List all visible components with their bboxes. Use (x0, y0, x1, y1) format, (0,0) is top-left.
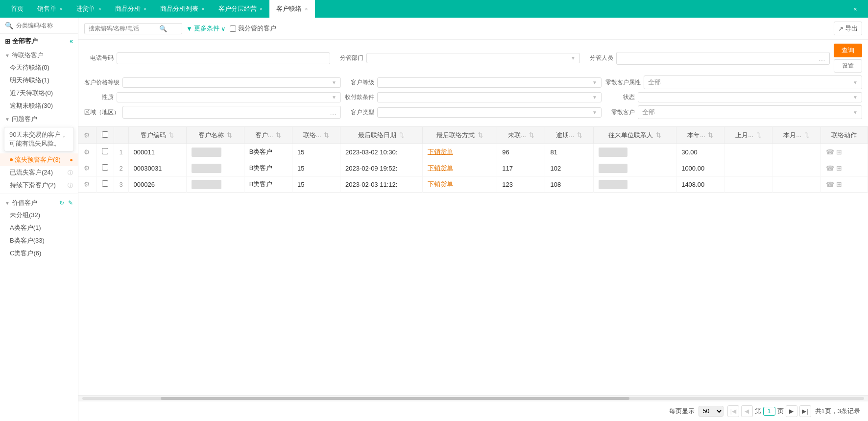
last-method-sort-icon[interactable]: ⇅ (478, 131, 483, 139)
nav-home[interactable]: 首页 (4, 0, 30, 18)
this-month-sort-icon[interactable]: ⇅ (804, 131, 810, 139)
person-dots-icon[interactable]: … (819, 54, 825, 62)
last-person-sort-icon[interactable]: ⇅ (656, 131, 661, 139)
sidebar-item-churn-warning[interactable]: 流失预警客户(3) ● (0, 153, 78, 166)
search-input[interactable] (89, 25, 157, 32)
select-all-checkbox[interactable] (102, 131, 108, 138)
nav-product-analysis-list[interactable]: 商品分析列表 × (153, 0, 211, 18)
scrollbar-thumb[interactable] (161, 397, 630, 400)
row-gear-icon[interactable]: ⚙ (78, 144, 96, 160)
region-select[interactable]: … (122, 106, 341, 119)
row-checkbox[interactable] (102, 148, 108, 154)
refresh-icon[interactable]: ↻ (59, 199, 64, 206)
type-sort-icon[interactable]: ⇅ (276, 131, 281, 139)
nav-customer-contact-close[interactable]: × (305, 6, 308, 12)
sidebar-item-today-contact[interactable]: 今天待联络(0) (0, 61, 78, 74)
region-dots-icon[interactable]: … (330, 108, 337, 116)
row-checkbox[interactable] (102, 180, 108, 187)
more-conditions-button[interactable]: ▼ 更多条件 ∨ (186, 24, 226, 33)
next-page-button[interactable]: ▶ (786, 405, 797, 417)
payment-select[interactable]: ▼ (377, 92, 602, 102)
sidebar-item-ungrouped[interactable]: 未分组(32) (0, 209, 78, 222)
zero-attr-select[interactable]: 全部 ▼ (644, 75, 862, 89)
last-page-button[interactable]: ▶| (799, 405, 811, 417)
sidebar-item-class-c[interactable]: C类客户(6) (0, 247, 78, 260)
customer-type-select[interactable]: ▼ (377, 107, 602, 118)
nav-sales[interactable]: 销售单 × (30, 0, 69, 18)
gender-select[interactable]: ▼ (117, 92, 341, 102)
row-gear-icon[interactable]: ⚙ (78, 160, 96, 176)
nav-purchase-close[interactable]: × (98, 6, 101, 12)
declining-customers-info-icon[interactable]: ⓘ (68, 182, 73, 189)
nav-product-analysis[interactable]: 商品分析 × (108, 0, 153, 18)
sidebar-group-problem-customers[interactable]: ▼ 问题客户 (0, 112, 78, 125)
sidebar-item-7day-contact[interactable]: 近7天待联络(0) (0, 87, 78, 99)
nav-customer-tier[interactable]: 客户分层经营 × (212, 0, 269, 18)
contact-sort-icon[interactable]: ⇅ (324, 131, 329, 139)
row-last-method[interactable]: 下销货单 (422, 144, 497, 160)
sidebar-item-class-a[interactable]: A类客户(1) (0, 222, 78, 234)
sidebar-item-tomorrow-contact[interactable]: 明天待联络(1) (0, 74, 78, 87)
my-customers-checkbox[interactable] (230, 25, 236, 32)
row-grid-icon[interactable]: ⊞ (836, 180, 842, 188)
search-button[interactable]: 🔍 (159, 25, 167, 32)
phone-input[interactable] (117, 52, 330, 64)
table-header-checkbox[interactable] (96, 127, 114, 144)
last-method-link[interactable]: 下销货单 (428, 148, 453, 155)
nav-customer-tier-close[interactable]: × (260, 6, 263, 12)
row-checkbox[interactable] (102, 164, 108, 171)
nav-product-analysis-list-close[interactable]: × (201, 6, 204, 12)
horizontal-scrollbar[interactable] (78, 395, 868, 401)
this-year-sort-icon[interactable]: ⇅ (708, 131, 713, 139)
price-tier-select[interactable]: ▼ (122, 77, 341, 88)
window-close-button[interactable]: × (846, 0, 864, 18)
sidebar-all-customers[interactable]: ⊞ 全部客户 « (0, 34, 78, 49)
last-date-sort-icon[interactable]: ⇅ (399, 131, 405, 139)
row-grid-icon[interactable]: ⊞ (836, 164, 842, 172)
export-button[interactable]: ↗ 导出 (834, 22, 862, 35)
code-sort-icon[interactable]: ⇅ (169, 131, 174, 139)
row-phone-icon[interactable]: ☎ (826, 180, 834, 188)
settings-button[interactable]: 设置 (834, 59, 862, 73)
row-phone-icon[interactable]: ☎ (826, 148, 834, 156)
not-contacted-sort-icon[interactable]: ⇅ (529, 131, 534, 139)
prev-page-button[interactable]: ◀ (741, 405, 753, 417)
query-button[interactable]: 查询 (834, 44, 862, 57)
sidebar-item-class-b[interactable]: B类客户(33) (0, 234, 78, 247)
row-grid-icon[interactable]: ⊞ (836, 148, 842, 156)
row-gear-icon[interactable]: ⚙ (78, 176, 96, 193)
last-method-link[interactable]: 下销货单 (428, 164, 453, 172)
status-select[interactable]: ▼ (638, 92, 862, 102)
dept-select[interactable]: ▼ (366, 53, 580, 63)
sidebar-group-pending-contact[interactable]: ▼ 待联络客户 (0, 49, 78, 61)
row-last-method[interactable]: 下销货单 (422, 176, 497, 193)
nav-product-analysis-close[interactable]: × (144, 6, 146, 12)
sidebar-item-lost-customers[interactable]: 已流失客户(24) ⓘ (0, 166, 78, 179)
row-checkbox-cell[interactable] (96, 160, 114, 176)
sidebar-collapse-icon[interactable]: « (70, 38, 73, 45)
per-page-select[interactable]: 50 10 20 100 (699, 406, 723, 417)
last-month-sort-icon[interactable]: ⇅ (756, 131, 762, 139)
zero-customer-select[interactable]: 全部 ▼ (638, 105, 862, 119)
edit-icon[interactable]: ✎ (68, 199, 73, 206)
sidebar-item-declining-customers[interactable]: 持续下滑客户(2) ⓘ (0, 179, 78, 192)
last-method-link[interactable]: 下销货单 (428, 180, 453, 188)
row-last-method[interactable]: 下销货单 (422, 160, 497, 176)
sidebar-group-value-customers[interactable]: ▼ 价值客户 ↻ ✎ (0, 196, 78, 209)
name-sort-icon[interactable]: ⇅ (227, 131, 232, 139)
nav-customer-contact[interactable]: 客户联络 × (269, 0, 314, 18)
lost-customers-info-icon[interactable]: ⓘ (68, 169, 73, 176)
sidebar-item-overdue-contact[interactable]: 逾期未联络(30) (0, 99, 78, 112)
first-page-button[interactable]: |◀ (727, 405, 739, 417)
person-select[interactable]: … (616, 52, 830, 65)
nav-sales-close[interactable]: × (59, 6, 62, 12)
sidebar-search-input[interactable] (16, 22, 78, 29)
customer-tier-select[interactable]: ▼ (377, 77, 602, 88)
nav-purchase[interactable]: 进货单 × (69, 0, 108, 18)
row-checkbox-cell[interactable] (96, 144, 114, 160)
row-phone-icon[interactable]: ☎ (826, 164, 834, 172)
churn-warning-icon[interactable]: ● (70, 157, 73, 163)
table-header-gear[interactable]: ⚙ (78, 127, 96, 144)
row-checkbox-cell[interactable] (96, 176, 114, 193)
overdue-sort-icon[interactable]: ⇅ (577, 131, 582, 139)
